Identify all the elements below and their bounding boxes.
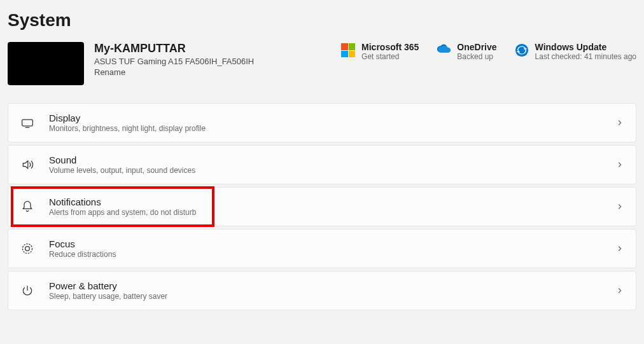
windows-update-tile[interactable]: Windows Update Last checked: 41 minutes … xyxy=(515,42,636,61)
item-title: Display xyxy=(49,113,615,123)
list-item-power[interactable]: Power & battery Sleep, battery usage, ba… xyxy=(8,271,636,310)
device-rename-link[interactable]: Rename xyxy=(94,67,125,77)
svg-point-4 xyxy=(25,247,30,251)
m365-title: Microsoft 365 xyxy=(361,42,419,52)
settings-list: Display Monitors, brightness, night ligh… xyxy=(8,103,636,310)
item-title: Sound xyxy=(49,155,615,165)
display-icon xyxy=(21,116,34,129)
list-item-display[interactable]: Display Monitors, brightness, night ligh… xyxy=(8,103,636,142)
status-tiles: Microsoft 365 Get started OneDrive Backe… xyxy=(341,42,636,61)
list-item-focus[interactable]: Focus Reduce distractions xyxy=(8,229,636,268)
chevron-right-icon xyxy=(615,118,624,127)
chevron-right-icon xyxy=(615,202,624,211)
device-image[interactable] xyxy=(8,42,84,85)
onedrive-title: OneDrive xyxy=(457,42,496,52)
m365-sub: Get started xyxy=(361,52,419,61)
chevron-right-icon xyxy=(615,244,624,253)
item-sub: Alerts from apps and system, do not dist… xyxy=(49,208,615,217)
item-sub: Reduce distractions xyxy=(49,250,615,259)
onedrive-sub: Backed up xyxy=(457,52,496,61)
device-name: My-KAMPUTTAR xyxy=(94,42,254,55)
item-title: Power & battery xyxy=(49,280,615,291)
power-icon xyxy=(21,284,34,297)
svg-rect-1 xyxy=(22,120,33,126)
page-title: System xyxy=(8,10,636,31)
svg-point-3 xyxy=(23,244,32,254)
list-item-sound[interactable]: Sound Volume levels, output, input, soun… xyxy=(8,145,636,184)
update-sub: Last checked: 41 minutes ago xyxy=(535,52,636,61)
item-sub: Monitors, brightness, night light, displ… xyxy=(49,124,615,133)
onedrive-tile[interactable]: OneDrive Backed up xyxy=(437,42,496,61)
update-sync-icon xyxy=(515,43,529,57)
item-sub: Volume levels, output, input, sound devi… xyxy=(49,166,615,175)
microsoft-logo-icon xyxy=(341,43,355,57)
microsoft-365-tile[interactable]: Microsoft 365 Get started xyxy=(341,42,419,61)
sound-icon xyxy=(21,158,34,171)
system-header: My-KAMPUTTAR ASUS TUF Gaming A15 FA506IH… xyxy=(8,42,636,85)
focus-icon xyxy=(21,242,34,255)
list-item-notifications[interactable]: Notifications Alerts from apps and syste… xyxy=(8,187,636,226)
item-title: Focus xyxy=(49,238,615,249)
device-model: ASUS TUF Gaming A15 FA506IH_FA506IH xyxy=(94,57,254,66)
chevron-right-icon xyxy=(615,160,624,169)
update-title: Windows Update xyxy=(535,42,636,52)
item-sub: Sleep, battery usage, battery saver xyxy=(49,292,615,301)
device-info: My-KAMPUTTAR ASUS TUF Gaming A15 FA506IH… xyxy=(94,42,254,77)
item-title: Notifications xyxy=(49,196,615,207)
chevron-right-icon xyxy=(615,286,624,295)
device-block: My-KAMPUTTAR ASUS TUF Gaming A15 FA506IH… xyxy=(8,42,331,85)
bell-icon xyxy=(21,200,34,213)
onedrive-cloud-icon xyxy=(437,43,451,57)
